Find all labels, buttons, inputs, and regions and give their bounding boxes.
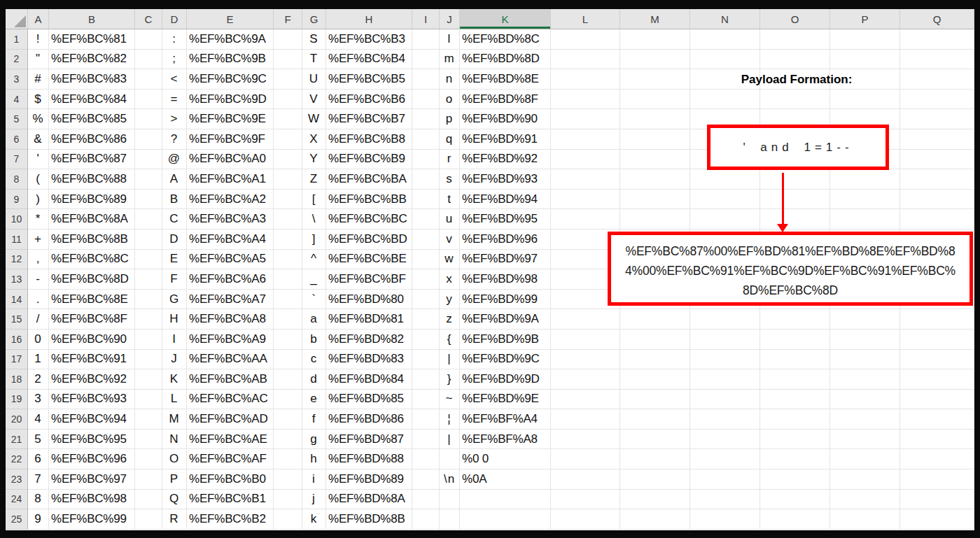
col-header-M[interactable]: M (620, 9, 690, 29)
cell-D19[interactable]: L (162, 390, 187, 410)
col-header-B[interactable]: B (49, 9, 135, 29)
cell-C1[interactable] (135, 29, 162, 50)
cell-H19[interactable]: %EF%BD%85 (326, 390, 412, 410)
cell-E22[interactable]: %EF%BC%AF (187, 449, 274, 469)
cell-J7[interactable]: r (440, 150, 460, 170)
row-header-15[interactable]: 15 (6, 309, 28, 330)
cell-G22[interactable]: h (302, 449, 326, 469)
cell-H14[interactable]: %EF%BD%80 (326, 290, 412, 310)
cell-J25[interactable] (440, 509, 460, 530)
cell-J19[interactable]: ~ (440, 390, 460, 410)
cell-J12[interactable]: w (440, 250, 460, 270)
cell-F7[interactable] (274, 150, 302, 170)
cell-I7[interactable] (412, 150, 440, 170)
cell-B5[interactable]: %EF%BC%85 (49, 109, 135, 129)
cell-F11[interactable] (274, 229, 302, 250)
cell-O1[interactable] (760, 29, 830, 50)
cell-E6[interactable]: %EF%BC%9F (187, 129, 274, 150)
cell-A6[interactable]: & (28, 129, 49, 150)
cell-A15[interactable]: / (28, 309, 49, 330)
cell-D9[interactable]: B (162, 190, 187, 210)
cell-L1[interactable] (551, 29, 620, 50)
cell-A17[interactable]: 1 (28, 350, 49, 370)
cell-H13[interactable]: %EF%BC%BF (326, 269, 412, 290)
cell-M8[interactable] (620, 169, 690, 190)
cell-C12[interactable] (135, 250, 162, 270)
cell-E24[interactable]: %EF%BC%B1 (187, 490, 274, 510)
cell-L3[interactable] (551, 69, 620, 90)
cell-Q3[interactable] (900, 69, 974, 90)
cell-G2[interactable]: T (302, 50, 326, 70)
cell-F3[interactable] (274, 69, 302, 90)
cell-P2[interactable] (830, 50, 900, 70)
cell-O23[interactable] (760, 469, 830, 490)
row-header-7[interactable]: 7 (6, 150, 28, 170)
cell-B1[interactable]: %EF%BC%81 (49, 29, 135, 50)
cell-L23[interactable] (551, 469, 620, 490)
cell-J5[interactable]: p (440, 109, 460, 129)
cell-D10[interactable]: C (162, 209, 187, 229)
col-header-J[interactable]: J (440, 9, 460, 29)
cell-H8[interactable]: %EF%BC%BA (326, 169, 412, 190)
cell-M2[interactable] (620, 50, 690, 70)
cell-C19[interactable] (135, 390, 162, 410)
cell-B16[interactable]: %EF%BC%90 (49, 330, 135, 350)
cell-C17[interactable] (135, 350, 162, 370)
row-header-12[interactable]: 12 (6, 250, 28, 270)
row-header-14[interactable]: 14 (6, 290, 28, 310)
cell-C2[interactable] (135, 50, 162, 70)
cell-F1[interactable] (274, 29, 302, 50)
cell-J15[interactable]: z (440, 309, 460, 330)
cell-P10[interactable] (830, 209, 900, 229)
cell-E23[interactable]: %EF%BC%B0 (187, 469, 274, 490)
cell-M7[interactable] (620, 150, 690, 170)
cell-M17[interactable] (620, 350, 690, 370)
cell-C7[interactable] (135, 150, 162, 170)
cell-G14[interactable]: ` (302, 290, 326, 310)
cell-I6[interactable] (412, 129, 440, 150)
cell-O21[interactable] (760, 430, 830, 450)
cell-F4[interactable] (274, 90, 302, 110)
cell-C8[interactable] (135, 169, 162, 190)
cell-F5[interactable] (274, 109, 302, 129)
cell-I25[interactable] (412, 509, 440, 530)
cell-B25[interactable]: %EF%BC%99 (49, 509, 135, 530)
cell-J17[interactable]: | (440, 350, 460, 370)
cell-B12[interactable]: %EF%BC%8C (49, 250, 135, 270)
cell-B3[interactable]: %EF%BC%83 (49, 69, 135, 90)
cell-F14[interactable] (274, 290, 302, 310)
cell-I20[interactable] (412, 409, 440, 430)
cell-Q22[interactable] (900, 449, 974, 469)
cell-C22[interactable] (135, 449, 162, 469)
cell-N21[interactable] (690, 430, 760, 450)
cell-I5[interactable] (412, 109, 440, 129)
cell-K5[interactable]: %EF%BD%90 (460, 109, 551, 129)
cell-K10[interactable]: %EF%BD%95 (460, 209, 551, 229)
cell-D5[interactable]: > (162, 109, 187, 129)
cell-J11[interactable]: v (440, 229, 460, 250)
cell-M21[interactable] (620, 430, 690, 450)
cell-C18[interactable] (135, 369, 162, 390)
cell-C9[interactable] (135, 190, 162, 210)
cell-P16[interactable] (830, 330, 900, 350)
cell-Q19[interactable] (900, 390, 974, 410)
cell-C24[interactable] (135, 490, 162, 510)
cell-A24[interactable]: 8 (28, 490, 49, 510)
cell-K17[interactable]: %EF%BD%9C (460, 350, 551, 370)
cell-N8[interactable] (690, 169, 760, 190)
cell-B4[interactable]: %EF%BC%84 (49, 90, 135, 110)
cell-B14[interactable]: %EF%BC%8E (49, 290, 135, 310)
cell-I8[interactable] (412, 169, 440, 190)
cell-I21[interactable] (412, 430, 440, 450)
cell-Q16[interactable] (900, 330, 974, 350)
cell-A7[interactable]: ' (28, 150, 49, 170)
col-header-C[interactable]: C (135, 9, 162, 29)
payload-result-box[interactable]: %EF%BC%87%00%EF%BD%81%EF%BD%8E%EF%BD%8 4… (608, 232, 973, 306)
cell-G16[interactable]: b (302, 330, 326, 350)
cell-E3[interactable]: %EF%BC%9C (187, 69, 274, 90)
cell-J23[interactable]: \n (440, 469, 460, 490)
cell-I3[interactable] (412, 69, 440, 90)
cell-C21[interactable] (135, 430, 162, 450)
cell-E13[interactable]: %EF%BC%A6 (187, 269, 274, 290)
cell-I12[interactable] (412, 250, 440, 270)
